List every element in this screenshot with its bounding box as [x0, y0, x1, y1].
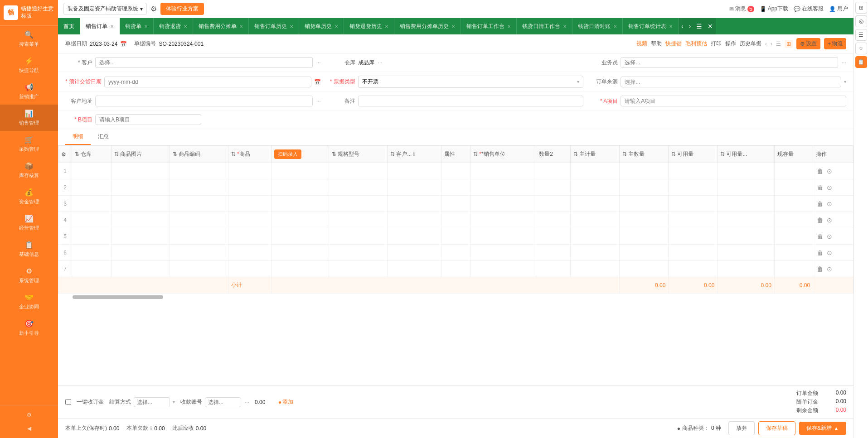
row-delete-btn[interactable]: 🗑 — [816, 248, 824, 257]
rp-btn-2[interactable]: ◎ — [855, 15, 867, 27]
row-code[interactable] — [170, 163, 228, 179]
rp-btn-1[interactable]: ⊞ — [855, 2, 867, 14]
solution-button[interactable]: 体验行业方案 — [160, 3, 204, 15]
row-delete-btn[interactable]: 🗑 — [816, 199, 824, 208]
tab-close-icon[interactable]: ✕ — [507, 24, 511, 29]
row-copy-btn[interactable]: ⊙ — [826, 199, 833, 208]
tab-prev-btn[interactable]: ‹ — [679, 18, 686, 34]
history-btn[interactable]: 历史单据 — [740, 40, 761, 48]
sidebar-item-system[interactable]: ⚙ 系统管理 — [0, 262, 58, 289]
sidebar-item-enterprise[interactable]: 🤝 企业协同 — [0, 289, 58, 315]
row-delete-btn[interactable]: 🗑 — [816, 167, 824, 176]
tab-close-icon[interactable]: ✕ — [335, 24, 338, 29]
rp-btn-3[interactable]: ☰ — [855, 29, 867, 41]
row-spec[interactable] — [329, 179, 388, 196]
row-attribute[interactable] — [441, 179, 470, 196]
horizontal-scrollbar[interactable] — [73, 295, 163, 299]
row-image[interactable] — [112, 179, 170, 196]
tab-return-history[interactable]: 销货退货历史 ✕ — [344, 18, 394, 34]
tab-fee-split[interactable]: 销售费用分摊单 ✕ — [193, 18, 249, 34]
print-btn[interactable]: 打印 — [711, 40, 722, 48]
scan-entry-btn[interactable]: 扫码录入 — [274, 149, 301, 159]
tab-next-btn[interactable]: › — [686, 18, 694, 34]
rp-btn-4[interactable]: ☆ — [855, 43, 867, 54]
row-delete-btn[interactable]: 🗑 — [816, 216, 824, 225]
add-receipt-btn[interactable]: ● 添加 — [278, 398, 293, 406]
order-source-input[interactable] — [621, 77, 841, 87]
sidebar-item-purchase[interactable]: 🛒 采购管理 — [0, 131, 58, 157]
sidebar-item-sales[interactable]: 📊 销售管理 — [0, 105, 58, 131]
row-attribute[interactable] — [441, 163, 470, 179]
tab-close-icon[interactable]: ✕ — [451, 24, 455, 29]
tab-detail[interactable]: 明细 — [65, 129, 91, 145]
sidebar-collapse-btn[interactable]: ◀ — [24, 423, 34, 434]
next-record-btn[interactable]: › — [771, 41, 772, 47]
tab-workbench[interactable]: 销售订单工作台 ✕ — [461, 18, 517, 34]
tab-close-icon[interactable]: ✕ — [184, 24, 187, 29]
customer-input[interactable] — [95, 57, 313, 68]
tab-summary[interactable]: 汇总 — [91, 129, 116, 145]
row-main-qty[interactable] — [620, 163, 669, 179]
sidebar-settings-btn[interactable]: ⚙ — [24, 409, 34, 421]
customer-expand-btn[interactable]: ··· — [316, 59, 321, 66]
add-goods-button[interactable]: + 物流 — [824, 38, 846, 49]
profit-btn[interactable]: 毛利预估 — [685, 40, 707, 48]
shortcut-btn[interactable]: 快捷键 — [665, 40, 682, 48]
tab-close-icon[interactable]: ✕ — [669, 24, 673, 29]
row-delete-btn[interactable]: 🗑 — [816, 183, 824, 192]
row-unit[interactable] — [470, 179, 536, 196]
warehouse-expand-btn[interactable]: ··· — [378, 59, 383, 66]
chevron-up-icon[interactable]: ▲ — [834, 425, 839, 432]
tab-cash-workbench[interactable]: 钱货日清工作台 ✕ — [517, 18, 572, 34]
rp-btn-5[interactable]: 📋 — [855, 56, 867, 68]
calendar-icon[interactable]: 📅 — [120, 41, 127, 47]
operate-btn[interactable]: 操作 — [725, 40, 736, 48]
settings-button[interactable]: ⚙ 设置 — [796, 38, 820, 49]
help-link[interactable]: 帮助 — [651, 40, 662, 48]
message-btn[interactable]: ✉ 消息 5 — [729, 5, 754, 13]
row-copy-btn[interactable]: ⊙ — [826, 265, 833, 274]
tab-close-all-btn[interactable]: ✕ — [705, 18, 716, 34]
tab-close-icon[interactable]: ✕ — [290, 24, 293, 29]
sidebar-item-nav[interactable]: ⚡ 快捷导航 — [0, 52, 58, 78]
salesperson-expand-btn[interactable]: ··· — [842, 59, 846, 66]
tab-stats[interactable]: 销售订单统计表 ✕ — [623, 18, 679, 34]
row-copy-btn[interactable]: ⊙ — [826, 232, 833, 241]
row-image[interactable] — [112, 163, 170, 179]
row-warehouse[interactable] — [72, 179, 112, 196]
row-customer-code[interactable] — [388, 179, 441, 196]
calendar-icon2[interactable]: 📅 — [314, 79, 321, 85]
tab-close-icon[interactable]: ✕ — [385, 24, 388, 29]
prev-record-btn[interactable]: ‹ — [765, 41, 767, 47]
b-project-input[interactable] — [95, 114, 201, 125]
sidebar-item-inventory[interactable]: 📦 库存核算 — [0, 157, 58, 183]
tab-return[interactable]: 销货退货 ✕ — [154, 18, 193, 34]
topbar-settings-icon[interactable]: ⚙ — [150, 5, 157, 13]
table-settings-icon[interactable]: ⚙ — [61, 151, 66, 158]
sidebar-item-search[interactable]: 🔍 搜索菜单 — [0, 26, 58, 52]
app-download-btn[interactable]: 📱 App下载 — [760, 5, 788, 13]
sidebar-item-guide[interactable]: 🎯 新手引导 — [0, 315, 58, 341]
tab-menu-btn[interactable]: ☰ — [693, 18, 705, 34]
sidebar-item-management[interactable]: 📈 经营管理 — [0, 210, 58, 236]
list-view-btn[interactable]: ☰ — [776, 41, 781, 47]
remarks-input[interactable] — [358, 96, 584, 106]
tab-close-icon[interactable]: ✕ — [110, 24, 114, 29]
online-service-btn[interactable]: 💬 在线客服 — [794, 5, 824, 13]
tab-close-icon[interactable]: ✕ — [239, 24, 243, 29]
a-project-input[interactable] — [621, 96, 846, 106]
delivery-input[interactable] — [104, 77, 311, 87]
row-qty2[interactable] — [536, 163, 571, 179]
tab-invoice[interactable]: 销货单 ✕ — [120, 18, 154, 34]
row-available2[interactable] — [718, 163, 774, 179]
row-warehouse[interactable] — [72, 163, 112, 179]
app-selector[interactable]: 装备及固定资产辅助管理系统 ▾ — [63, 3, 147, 15]
row-spec[interactable] — [329, 163, 388, 179]
row-qty2[interactable] — [536, 179, 571, 196]
row-copy-btn[interactable]: ⊙ — [826, 183, 833, 192]
tab-home[interactable]: 首页 — [58, 18, 80, 34]
address-input[interactable] — [95, 96, 313, 106]
sidebar-item-finance[interactable]: 💰 资金管理 — [0, 183, 58, 210]
save-new-button[interactable]: 保存&新增 ▲ — [799, 422, 846, 435]
row-main-qty[interactable] — [620, 179, 669, 196]
